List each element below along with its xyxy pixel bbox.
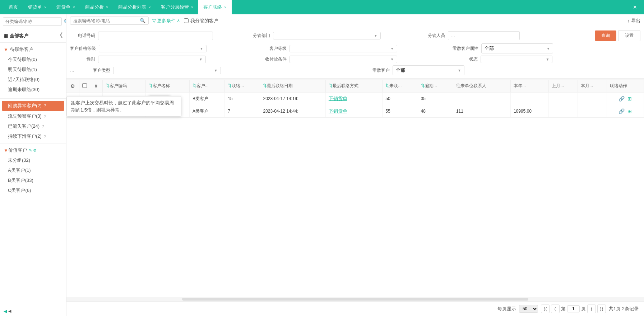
- person-select[interactable]: ...: [448, 31, 520, 40]
- gender-arrow: ▼: [199, 57, 203, 61]
- table-settings-icon[interactable]: ⚙: [70, 83, 75, 89]
- col-settings-header[interactable]: ⚙: [66, 80, 79, 92]
- per-page-select[interactable]: 50 100 200: [519, 305, 538, 313]
- row1-this-month: [578, 92, 607, 105]
- row1-action-grid-icon[interactable]: ⊞: [627, 96, 632, 102]
- app-close[interactable]: ×: [629, 4, 640, 11]
- continuous-down-tip-icon[interactable]: ?: [44, 134, 46, 138]
- sidebar: 🔍 ▦ 全部客户 《 ▼ 待联络客户 今天待联络(0) 明天待联络(1) 近7天…: [0, 14, 66, 316]
- filter-customer-type: 客户类型 ▼: [85, 67, 361, 74]
- nav-sales[interactable]: 销货单 ×: [23, 0, 51, 14]
- export-btn[interactable]: ↑ 导出: [627, 18, 641, 24]
- code-sort-icon: ⇅: [106, 83, 110, 88]
- sidebar-search-icon[interactable]: 🔍: [64, 19, 66, 24]
- customer-type-select[interactable]: ▼: [113, 67, 221, 74]
- sidebar-class-b[interactable]: B类客户(33): [0, 175, 66, 185]
- col-this-year-header[interactable]: 本年...: [510, 80, 548, 92]
- phone-input[interactable]: [98, 32, 213, 40]
- nav-customer-contact-close[interactable]: ×: [224, 5, 226, 9]
- nav-customer-contact[interactable]: 客户联络 ×: [198, 0, 231, 14]
- status-arrow: ▼: [546, 57, 549, 61]
- nav-customer-tier[interactable]: 客户分层经营 ×: [156, 0, 198, 14]
- row2-action-grid-icon[interactable]: ⊞: [627, 108, 632, 114]
- waiting-contact-header[interactable]: ▼ 待联络客户: [0, 44, 66, 55]
- sidebar-search-input[interactable]: [3, 17, 62, 26]
- scroll-thumb[interactable]: [182, 298, 529, 301]
- col-code-header[interactable]: ⇅客户编码: [102, 80, 145, 92]
- search-icon[interactable]: 🔍: [140, 18, 145, 23]
- sidebar-class-a[interactable]: A类客户(1): [0, 165, 66, 175]
- repeat-abnormal-tip-icon[interactable]: ?: [44, 104, 46, 108]
- filter-gender: 性别 ▼: [70, 56, 258, 63]
- row1-action-link-icon[interactable]: 🔗: [618, 96, 625, 102]
- nav-purchase[interactable]: 进货单 ×: [51, 0, 80, 14]
- retail-customer-select[interactable]: 全部 ▼: [393, 65, 464, 75]
- nav-analysis-list-close[interactable]: ×: [148, 5, 150, 9]
- nav-analysis[interactable]: 商品分析 ×: [80, 0, 113, 14]
- my-customer-checkbox[interactable]: [184, 18, 189, 23]
- nav-purchase-close[interactable]: ×: [73, 5, 75, 9]
- value-customer-settings-icon[interactable]: ⚙: [33, 148, 37, 153]
- sidebar-bottom-nav[interactable]: ◀ ◀: [0, 306, 66, 316]
- nav-sales-close[interactable]: ×: [44, 5, 46, 9]
- dept-select[interactable]: ▼: [273, 32, 381, 39]
- sidebar-tomorrow-contact[interactable]: 明天待联络(1): [0, 65, 66, 75]
- sidebar-week-contact[interactable]: 近7天待联络(0): [0, 75, 66, 85]
- col-unlcontacted-header[interactable]: ⇅未联...: [383, 80, 418, 92]
- prev-page-btn[interactable]: ⟨: [551, 305, 560, 313]
- search-input[interactable]: [73, 18, 138, 23]
- sidebar-continuous-down[interactable]: 持续下滑客户(2) ?: [0, 131, 66, 141]
- row2-last-method-link[interactable]: 下销货单: [329, 108, 347, 114]
- lost-pre-tip-icon[interactable]: ?: [44, 114, 46, 118]
- value-customer-header[interactable]: ▼ 价值客户 ✎ ⚙: [0, 145, 66, 155]
- next-page-btn[interactable]: ⟩: [587, 305, 596, 313]
- gender-select[interactable]: ▼: [98, 56, 206, 63]
- row2-action-link-icon[interactable]: 🔗: [618, 108, 625, 114]
- sidebar-ungrouped[interactable]: 未分组(32): [0, 155, 66, 165]
- customer-grade-select[interactable]: ▼: [289, 45, 397, 52]
- last-date-sort-icon: ⇅: [263, 83, 267, 88]
- payment-select[interactable]: ▼: [289, 56, 397, 63]
- sidebar-today-contact[interactable]: 今天待联络(0): [0, 55, 66, 65]
- sidebar-lost-pre[interactable]: 流失预警客户(3) ?: [0, 111, 66, 121]
- overdue-sort-icon: ⇅: [421, 83, 425, 88]
- first-page-btn[interactable]: ⟨⟨: [541, 305, 550, 313]
- row2-actions: 🔗 ⊞: [607, 105, 644, 118]
- col-this-month-header[interactable]: 本月...: [578, 80, 607, 92]
- select-all-checkbox[interactable]: [82, 83, 87, 88]
- col-contact-header[interactable]: ⇅联络...: [225, 80, 260, 92]
- last-page-btn[interactable]: ⟩⟩: [597, 305, 606, 313]
- nav-analysis-close[interactable]: ×: [106, 5, 108, 9]
- sidebar-no-contact[interactable]: 逾期未联络(30): [0, 85, 66, 95]
- value-customer-edit-icon[interactable]: ✎: [29, 148, 32, 153]
- filter-customer-grade: 客户等级 ▼: [261, 45, 449, 52]
- nav-analysis-list[interactable]: 商品分析列表 ×: [113, 0, 156, 14]
- settings-btn[interactable]: 设置: [618, 30, 640, 41]
- page-input[interactable]: [567, 305, 580, 312]
- horizontal-scrollbar[interactable]: [66, 297, 644, 301]
- nav-customer-tier-close[interactable]: ×: [191, 5, 193, 9]
- sidebar-lost[interactable]: 已流失客户(24) ?: [0, 121, 66, 131]
- customer-type-label: 客户类型: [85, 67, 110, 74]
- sidebar-repeat-abnormal[interactable]: 回购异常客户(2) ?: [2, 101, 64, 111]
- col-last-month-header[interactable]: 上月...: [549, 80, 578, 92]
- col-class-header[interactable]: ⇅客户...: [189, 80, 224, 92]
- col-name-header[interactable]: ⇅客户名称: [145, 80, 189, 92]
- nav-home[interactable]: 首页: [4, 0, 23, 14]
- col-last-method-header[interactable]: ⇅最后联络方式: [325, 80, 382, 92]
- person-select-dots: ...: [451, 33, 455, 38]
- status-select[interactable]: ▼: [481, 56, 552, 63]
- filter-dots[interactable]: ...: [70, 67, 74, 73]
- retail-attr-select[interactable]: 全部 ▼: [481, 43, 553, 53]
- sidebar-collapse-btn[interactable]: 《: [57, 32, 62, 39]
- sidebar-class-c[interactable]: C类客户(6): [0, 185, 66, 195]
- lost-tip-icon[interactable]: ?: [42, 124, 44, 128]
- col-overdue-header[interactable]: ⇅逾期...: [418, 80, 453, 92]
- col-last-date-header[interactable]: ⇅最后联络日期: [260, 80, 325, 92]
- col-unit-contact-header[interactable]: 往来单位联系人: [453, 80, 510, 92]
- more-filter-btn[interactable]: ▽ 更多条件 ∧: [152, 18, 180, 24]
- row1-last-method-link[interactable]: 下销货单: [329, 96, 347, 101]
- price-grade-select[interactable]: ▼: [99, 45, 207, 52]
- query-btn[interactable]: 查询: [595, 30, 616, 41]
- row2-last-date: 2023-04-12 14:44:: [260, 105, 325, 118]
